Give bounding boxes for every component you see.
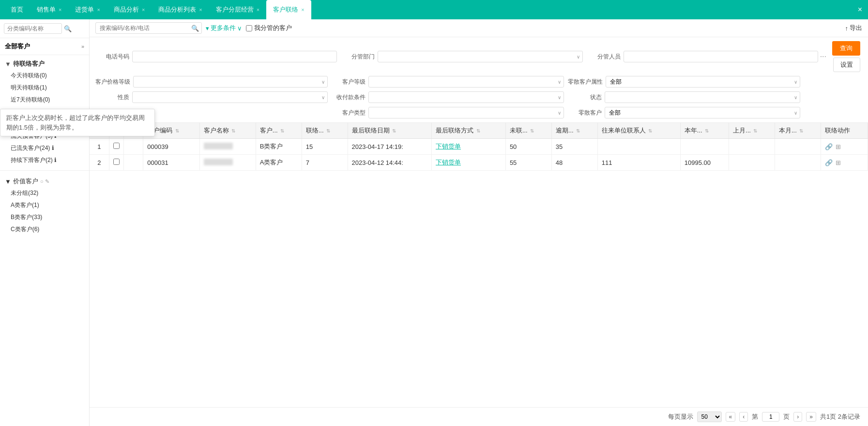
filter-label-phone: 电话号码 [95,53,129,61]
sidebar-header-label: 全部客户 [5,42,30,51]
sidebar-search-input[interactable] [4,23,62,34]
th-unit-contact[interactable]: 往来单位联系人 ⇅ [597,123,680,139]
page-input[interactable] [762,412,779,422]
cell-contact: 15 [302,139,348,155]
filter-input-manager[interactable] [624,51,818,62]
filter-label-customer-grade: 客户等级 [332,78,365,86]
filter-select-nature-wrap: ∨ [132,91,328,103]
th-last-date[interactable]: 最后联络日期 ⇅ [348,123,431,139]
first-page-button[interactable]: « [726,412,736,422]
nav-tab-customer-contact[interactable]: 客户联络 × [266,0,311,19]
filter-select-dept[interactable] [378,51,582,62]
cell-check[interactable] [109,139,123,155]
sidebar-item-class-a[interactable]: A类客户(1) [0,199,89,211]
sidebar-item-today-contact[interactable]: 今天待联络(0) [0,70,89,82]
filter-select-price-grade[interactable] [133,76,328,88]
filter-select-customer-grade[interactable] [368,76,564,88]
export-button[interactable]: ↑ 导出 [845,24,863,32]
filter-select-dept-wrap: ∨ [378,51,582,62]
filter-select-scatter-attr-wrap: 全部 ∨ [606,76,800,88]
th-overdue[interactable]: 逾期... ⇅ [551,123,597,139]
sidebar-search-icon[interactable]: 🔍 [64,25,72,32]
more-conditions-button[interactable]: ▾ 更多条件 ∨ [206,24,242,32]
next-page-button[interactable]: › [793,412,802,422]
close-tab-analysis[interactable]: × [142,7,145,13]
th-type[interactable]: 客户... ⇅ [256,123,302,139]
table-header-row: ⚙ 客户编码 ⇅ 客户名称 ⇅ 客户... ⇅ 联络... ⇅ 最后联络日期 ⇅… [90,123,868,139]
cell-overdue: 48 [551,155,597,171]
my-customers-checkbox[interactable] [246,25,252,31]
sidebar-item-tomorrow-contact[interactable]: 明天待联络(1) [0,82,89,94]
cell-check[interactable] [109,155,123,171]
query-button[interactable]: 查询 [832,41,860,56]
close-tab-sales[interactable]: × [59,7,61,13]
page-label: 第 [752,412,758,421]
close-tab-customer-tier[interactable]: × [257,7,259,13]
nav-tab-home[interactable]: 首页 [4,0,30,19]
prev-page-button[interactable]: ‹ [739,412,748,422]
filter-search-icon[interactable]: 🔍 [191,25,199,32]
th-last-month[interactable]: 上月... ⇅ [729,123,775,139]
th-unread[interactable]: 未联... ⇅ [505,123,551,139]
cell-contact: 7 [302,155,348,171]
nav-tab-customer-tier[interactable]: 客户分层经营 × [209,0,266,19]
filter-select-scatter-attr[interactable]: 全部 [606,76,800,88]
close-tab-customer-contact[interactable]: × [301,7,304,13]
advanced-filters: 电话号码 分管部门 ∨ 分管人员 ··· [90,37,868,123]
per-page-label: 每页显示 [668,412,693,421]
action-grid-icon[interactable]: ⊞ [836,159,841,166]
filter-search-input[interactable] [95,22,202,34]
th-this-year[interactable]: 本年... ⇅ [680,123,729,139]
nav-tab-purchase[interactable]: 进货单 × [68,0,107,19]
cell-last-method[interactable]: 下销货单 [432,139,506,155]
last-page-button[interactable]: » [806,412,816,422]
my-customers-checkbox-label[interactable]: 我分管的客户 [246,24,292,32]
value-edit-icons[interactable]: ○ ✎ [40,178,49,185]
close-tab-purchase[interactable]: × [97,7,100,13]
per-page-select[interactable]: 50 100 200 [697,411,722,422]
action-link-icon[interactable]: 🔗 [825,159,833,166]
th-last-method[interactable]: 最后联络方式 ⇅ [432,123,506,139]
sidebar-item-class-b[interactable]: B类客户(33) [0,211,89,223]
th-name[interactable]: 客户名称 ⇅ [199,123,256,139]
sidebar-item-churned[interactable]: 已流失客户(24) ℹ [0,142,89,154]
action-grid-icon[interactable]: ⊞ [836,143,841,150]
sidebar-item-7day-contact[interactable]: 近7天待联络(0) [0,94,89,106]
cell-this-year [680,139,729,155]
filter-select-nature[interactable] [132,91,328,103]
th-this-month[interactable]: 本月... ⇅ [775,123,821,139]
cell-action: 🔗 ⊞ [821,155,868,171]
sidebar-item-class-c[interactable]: C类客户(6) [0,223,89,235]
row-checkbox[interactable] [113,143,120,149]
row-checkbox[interactable] [113,159,120,165]
filter-select-payment[interactable] [368,91,564,103]
window-close-button[interactable]: × [858,5,862,14]
sidebar-collapse-icon[interactable]: » [81,44,84,49]
nav-tab-analysis[interactable]: 商品分析 × [107,0,152,19]
close-tab-analysis-list[interactable]: × [199,7,202,13]
filter-field-payment: 收付款条件 ∨ [332,91,564,103]
filter-select-scatter-customer[interactable]: 全部 [605,107,800,118]
action-link-icon[interactable]: 🔗 [825,143,833,150]
filter-select-customer-type[interactable] [368,107,564,118]
set-button[interactable]: 设置 [833,58,860,72]
filter-select-scatter-customer-wrap: 全部 ∨ [605,107,800,118]
sidebar-item-declining[interactable]: 持续下滑客户(2) ℹ [0,154,89,166]
nav-tab-sales[interactable]: 销售单 × [30,0,68,19]
sidebar-group-contact-title[interactable]: ▼ 待联络客户 [0,57,89,70]
filter-row-2: 客户价格等级 ∨ 客户等级 ∨ 零散客户属性 全部 [95,74,862,89]
th-contact[interactable]: 联络... ⇅ [302,123,348,139]
sidebar-group-value-title[interactable]: ▼ 价值客户 ○ ✎ [0,175,89,187]
cell-last-date: 2023-04-17 14:19: [348,139,431,155]
action-buttons: 查询 设置 [832,41,862,72]
last-method-link[interactable]: 下销货单 [436,143,461,150]
cell-last-method[interactable]: 下销货单 [432,155,506,171]
filter-label-customer-type: 客户类型 [332,109,365,117]
last-method-link[interactable]: 下销货单 [436,159,461,166]
cell-num: 1 [90,139,109,155]
manager-dots-button[interactable]: ··· [818,52,828,61]
filter-input-phone[interactable] [132,51,337,62]
filter-select-status[interactable] [605,91,800,103]
sidebar-item-unclassified[interactable]: 未分组(32) [0,187,89,199]
nav-tab-analysis-list[interactable]: 商品分析列表 × [152,0,209,19]
